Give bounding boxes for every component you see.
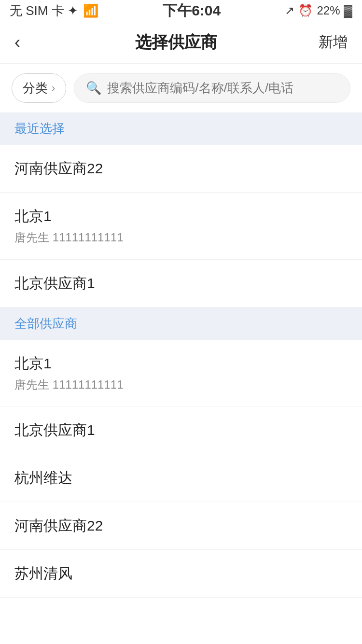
- recent-section-header: 最近选择: [0, 112, 362, 145]
- battery-icon: ▓: [344, 4, 353, 17]
- all-list: 北京1唐先生 11111111111北京供应商1杭州维达河南供应商22苏州清风: [0, 340, 362, 598]
- list-item[interactable]: 北京供应商1: [0, 260, 362, 308]
- status-right: ↗ ⏰ 22% ▓: [285, 4, 352, 17]
- list-item[interactable]: 苏州清风: [0, 550, 362, 598]
- item-name: 苏州清风: [14, 563, 348, 584]
- list-item[interactable]: 北京1唐先生 11111111111: [0, 340, 362, 407]
- chevron-right-icon: ›: [52, 82, 55, 95]
- category-button[interactable]: 分类 ›: [12, 73, 66, 103]
- item-name: 杭州维达: [14, 468, 348, 488]
- add-button[interactable]: 新增: [309, 32, 348, 52]
- item-name: 北京供应商1: [14, 420, 348, 440]
- search-area: 分类 › 🔍: [0, 64, 362, 112]
- list-item[interactable]: 杭州维达: [0, 454, 362, 502]
- page-title: 选择供应商: [135, 31, 217, 54]
- list-item[interactable]: 北京1唐先生 11111111111: [0, 193, 362, 260]
- recent-list: 河南供应商22北京1唐先生 11111111111北京供应商1: [0, 145, 362, 308]
- item-name: 河南供应商22: [14, 158, 348, 179]
- status-left: 无 SIM 卡 ✦ 📶: [10, 2, 98, 19]
- item-name: 北京1: [14, 206, 348, 226]
- list-item[interactable]: 北京供应商1: [0, 406, 362, 454]
- item-sub: 唐先生 11111111111: [14, 377, 348, 393]
- list-item[interactable]: 河南供应商22: [0, 145, 362, 193]
- category-label: 分类: [23, 80, 48, 97]
- search-icon: 🔍: [86, 81, 101, 96]
- item-name: 北京1: [14, 353, 348, 374]
- search-input[interactable]: [107, 81, 338, 96]
- list-item[interactable]: 河南供应商22: [0, 502, 362, 550]
- item-name: 河南供应商22: [14, 516, 348, 536]
- wifi-icon: 📶: [83, 3, 98, 18]
- search-box[interactable]: 🔍: [74, 73, 350, 103]
- nav-bar: ‹ 选择供应商 新增: [0, 21, 362, 64]
- sim-status: 无 SIM 卡 ✦: [10, 2, 78, 19]
- status-time: 下午6:04: [163, 1, 221, 21]
- back-button[interactable]: ‹: [14, 32, 43, 53]
- item-name: 北京供应商1: [14, 273, 348, 294]
- status-bar: 无 SIM 卡 ✦ 📶 下午6:04 ↗ ⏰ 22% ▓: [0, 0, 362, 21]
- alarm-icon: ⏰: [298, 4, 313, 17]
- location-icon: ↗: [285, 4, 294, 17]
- all-section-header: 全部供应商: [0, 308, 362, 340]
- item-sub: 唐先生 11111111111: [14, 229, 348, 246]
- battery-level: 22%: [317, 4, 340, 17]
